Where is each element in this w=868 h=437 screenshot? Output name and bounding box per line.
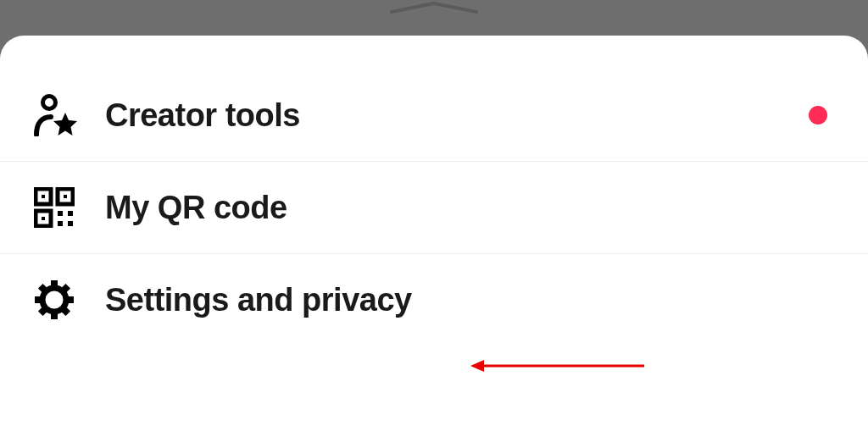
svg-rect-2 xyxy=(42,195,45,198)
svg-rect-15 xyxy=(67,296,74,303)
qr-code-icon xyxy=(34,187,81,228)
sheet-drag-handle-icon xyxy=(383,0,485,15)
svg-rect-6 xyxy=(42,217,45,220)
svg-rect-8 xyxy=(68,211,73,216)
menu-item-qr-code[interactable]: My QR code xyxy=(0,161,868,253)
svg-rect-9 xyxy=(58,221,63,226)
creator-star-icon xyxy=(34,95,81,136)
notification-badge xyxy=(809,106,827,124)
menu-item-label: Creator tools xyxy=(105,97,300,134)
gear-icon xyxy=(34,279,81,320)
menu-item-creator-tools[interactable]: Creator tools xyxy=(0,69,868,161)
svg-point-0 xyxy=(43,97,56,109)
svg-rect-12 xyxy=(51,280,58,287)
svg-rect-10 xyxy=(68,221,73,226)
bottom-sheet-menu: Creator tools My QR code xyxy=(0,36,868,437)
menu-item-label: My QR code xyxy=(105,190,287,226)
menu-item-settings-privacy[interactable]: Settings and privacy xyxy=(0,253,868,346)
svg-rect-13 xyxy=(51,313,58,319)
svg-rect-4 xyxy=(64,195,67,198)
svg-rect-7 xyxy=(58,211,63,216)
svg-point-11 xyxy=(42,288,66,312)
menu-item-label: Settings and privacy xyxy=(105,282,412,318)
svg-rect-14 xyxy=(35,296,42,303)
